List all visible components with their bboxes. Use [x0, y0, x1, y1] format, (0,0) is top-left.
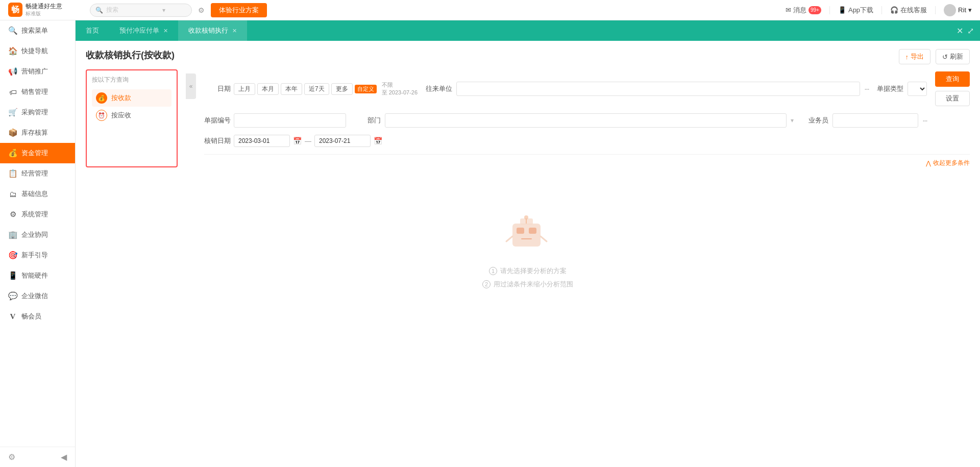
writeoff-start-calendar-icon[interactable]: 📅 [293, 137, 302, 145]
filter-form: 日期 上月 本月 本年 近7天 更多 自定义 不限 至 [204, 69, 970, 167]
sidebar-item-operation[interactable]: 📋 经营管理 [0, 163, 75, 184]
staff-cell: 业务员 ··· [802, 113, 927, 128]
writeoff-end-input[interactable] [314, 135, 371, 147]
voucher-no-cell: 单据编号 [204, 113, 346, 128]
filter-by-receipt[interactable]: 💰 按收款 [92, 89, 172, 107]
date-btn-last-month[interactable]: 上月 [234, 83, 255, 95]
sidebar-item-wechat[interactable]: 💬 企业微信 [0, 286, 75, 306]
prepay-tab-close[interactable]: ✕ [163, 28, 168, 34]
collection-tab-close[interactable]: ✕ [232, 28, 237, 34]
voucher-no-label: 单据编号 [204, 116, 231, 125]
query-button[interactable]: 查询 [935, 71, 970, 87]
svg-rect-2 [529, 228, 536, 234]
search-menu-icon: 🔍 [8, 26, 17, 35]
dept-input[interactable] [385, 113, 787, 128]
mobile-icon: 📱 [838, 6, 846, 14]
tab-home[interactable]: 首页 [76, 20, 109, 41]
industry-btn[interactable]: 体验行业方案 [211, 3, 267, 17]
empty-tip-2-text: 用过滤条件来缩小分析范围 [494, 280, 573, 289]
page-title: 收款核销执行(按收款) [86, 49, 970, 61]
refresh-button[interactable]: ↺ 刷新 [936, 49, 970, 64]
inventory-icon: 📦 [8, 128, 17, 137]
receipt-option-label: 按收款 [111, 93, 131, 103]
user-area[interactable]: Rit ▾ [944, 4, 972, 16]
sidebar-label-purchase: 采购管理 [21, 108, 48, 117]
sidebar-label-wechat: 企业微信 [21, 291, 48, 301]
sidebar-item-enterprise[interactable]: 🏢 企业协同 [0, 225, 75, 245]
staff-dots[interactable]: ··· [922, 116, 927, 125]
sidebar-item-quick-nav[interactable]: 🏠 快捷导航 [0, 41, 75, 61]
collapse-more-label: 收起更多条件 [933, 159, 970, 167]
online-service-label: 在线客服 [900, 6, 927, 15]
date-to-text: 至 2023-07-26 [382, 89, 418, 96]
sidebar-item-inventory[interactable]: 📦 库存核算 [0, 122, 75, 143]
collapse-sidebar-icon[interactable]: ◀ [61, 452, 67, 462]
basic-info-icon: 🗂 [8, 190, 17, 199]
writeoff-end-calendar-icon[interactable]: 📅 [374, 137, 382, 145]
date-btn-this-month[interactable]: 本月 [257, 83, 279, 95]
dept-arrow-icon[interactable]: ▾ [791, 117, 794, 124]
filter-section: 按以下方查询 💰 按收款 ⏰ 按应收 « [86, 69, 970, 167]
date-label: 日期 [204, 84, 231, 93]
sidebar-label-smart-hw: 智能硬件 [21, 271, 48, 280]
sidebar-item-search-menu[interactable]: 🔍 搜索菜单 [0, 20, 75, 41]
tab-collection[interactable]: 收款核销执行 ✕ [178, 20, 247, 41]
sidebar-item-smart-hw[interactable]: 📱 智能硬件 [0, 265, 75, 286]
close-window-icon[interactable]: ✕ [957, 26, 963, 36]
app-name: 畅捷通好生意 [26, 3, 62, 10]
settings-bottom-icon[interactable]: ⚙ [8, 452, 15, 462]
settings-button[interactable]: 设置 [935, 91, 970, 106]
filter-left-panel: 按以下方查询 💰 按收款 ⏰ 按应收 [86, 69, 178, 167]
sidebar-item-marketing[interactable]: 📢 营销推广 [0, 61, 75, 82]
sales-icon: 🏷 [8, 88, 17, 96]
export-button[interactable]: ↑ 导出 [899, 49, 931, 64]
top-bar-right: ✉ 消息 99+ 📱 App下载 🎧 在线客服 Rit ▾ [786, 4, 972, 16]
partner-dots[interactable]: ··· [864, 84, 869, 93]
date-btn-more[interactable]: 更多 [331, 83, 353, 95]
voucher-no-input[interactable] [234, 113, 346, 128]
tip-num-2: 2 [482, 280, 491, 288]
date-btn-this-year[interactable]: 本年 [281, 83, 302, 95]
staff-label: 业务员 [802, 116, 828, 125]
writeoff-date-cell: 核销日期 📅 — 📅 [204, 135, 382, 147]
gear-icon[interactable]: ⚙ [198, 6, 205, 14]
sidebar-item-basic-info[interactable]: 🗂 基础信息 [0, 184, 75, 204]
collection-tab-label: 收款核销执行 [188, 26, 228, 35]
search-bar[interactable]: 🔍 搜索 ▾ [90, 4, 192, 17]
expand-window-icon[interactable]: ⤢ [967, 26, 974, 36]
voucher-type-cell: 单据类型 [877, 82, 927, 96]
export-icon: ↑ [905, 53, 909, 61]
app-download-btn[interactable]: 📱 App下载 [838, 6, 873, 15]
tab-prepay[interactable]: 预付冲应付单 ✕ [109, 20, 178, 41]
receivable-option-label: 按应收 [111, 111, 131, 120]
staff-input[interactable] [832, 113, 918, 128]
sidebar-item-finance[interactable]: 💰 资金管理 [0, 143, 75, 163]
empty-tip-1: 1 请先选择要分析的方案 [489, 266, 567, 276]
sidebar-label-system: 系统管理 [21, 210, 48, 219]
partner-input[interactable] [456, 82, 860, 96]
dept-cell: 部门 ▾ [354, 113, 794, 128]
divider [829, 6, 830, 14]
sidebar-item-system[interactable]: ⚙ 系统管理 [0, 204, 75, 225]
sidebar-item-purchase[interactable]: 🛒 采购管理 [0, 102, 75, 122]
filter-row-2: 单据编号 部门 ▾ 业务员 ··· [204, 113, 970, 128]
writeoff-start-input[interactable] [234, 135, 290, 147]
filter-by-receivable[interactable]: ⏰ 按应收 [92, 107, 172, 124]
online-service-btn[interactable]: 🎧 在线客服 [890, 6, 927, 15]
message-btn[interactable]: ✉ 消息 99+ [786, 6, 821, 15]
filter-row-1: 日期 上月 本月 本年 近7天 更多 自定义 不限 至 [204, 71, 970, 106]
user-chevron-icon: ▾ [968, 6, 972, 14]
voucher-type-select[interactable] [908, 82, 927, 96]
date-btn-7days[interactable]: 近7天 [304, 83, 329, 95]
sidebar-item-guide[interactable]: 🎯 新手引导 [0, 245, 75, 265]
sidebar-item-member[interactable]: V 畅会员 [0, 306, 75, 327]
sidebar-label-marketing: 营销推广 [21, 67, 48, 76]
sidebar: 🔍 搜索菜单 🏠 快捷导航 📢 营销推广 🏷 销售管理 🛒 采购管理 📦 库存核… [0, 20, 76, 467]
collapse-more-btn[interactable]: ⋀ 收起更多条件 [926, 159, 970, 167]
sidebar-item-sales[interactable]: 🏷 销售管理 [0, 82, 75, 102]
svg-rect-1 [517, 228, 524, 234]
date-custom-badge: 自定义 [355, 85, 377, 93]
sidebar-label-finance: 资金管理 [21, 149, 48, 158]
receipt-option-icon: 💰 [96, 92, 107, 104]
collapse-filter-btn[interactable]: « [186, 73, 196, 99]
